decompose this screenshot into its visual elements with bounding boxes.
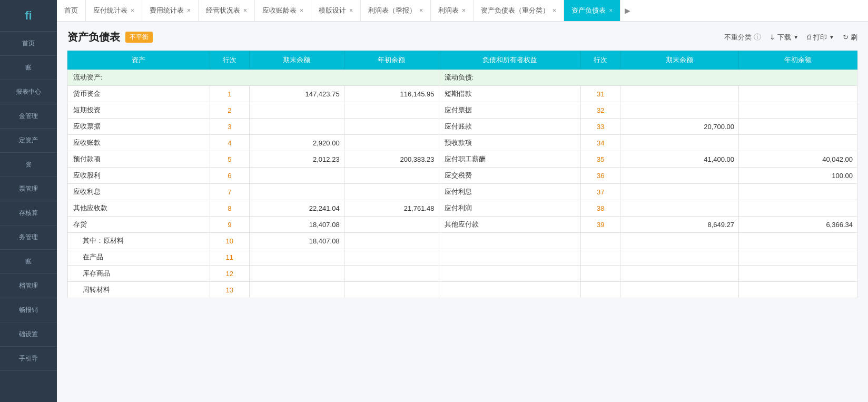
tab-payable-stats[interactable]: 应付统计表 ×: [86, 0, 142, 21]
right-year-start: [739, 102, 857, 119]
right-item-name[interactable]: 应付利润: [439, 200, 581, 217]
right-row-num: [581, 266, 620, 282]
download-button[interactable]: ⇓ 下载 ▼: [770, 33, 798, 42]
left-item-name[interactable]: 应收利息: [68, 184, 210, 200]
tab-operations[interactable]: 经营状况表 ×: [199, 0, 255, 21]
right-item-name[interactable]: 其他应付款: [439, 217, 581, 233]
tab-close-receivable-aging[interactable]: ×: [300, 7, 303, 14]
sidebar-item-fund-mgmt[interactable]: 金管理: [0, 104, 57, 129]
left-year-start: [344, 282, 439, 298]
sidebar-item-guide[interactable]: 手引导: [0, 347, 57, 371]
tab-close-profit-quarterly[interactable]: ×: [419, 7, 423, 14]
tab-close-balance-reclassify[interactable]: ×: [553, 7, 556, 14]
sidebar-item-home[interactable]: 首页: [0, 32, 57, 56]
sidebar-item-ledger[interactable]: 账: [0, 250, 57, 274]
tab-close-expense-stats[interactable]: ×: [187, 7, 191, 14]
left-period-end: [249, 102, 344, 119]
left-row-num: 4: [210, 135, 249, 151]
right-item-name[interactable]: 应付票据: [439, 102, 581, 119]
right-year-start: 40,042.00: [739, 151, 857, 168]
sidebar-item-fixed-assets[interactable]: 定资产: [0, 129, 57, 153]
content-area: 资产负债表 不平衡 不重分类 ⓘ ⇓ 下载 ▼ ⎙ 打印 ▼: [57, 22, 868, 402]
right-item-name[interactable]: [439, 233, 581, 249]
left-item-name[interactable]: 其他应收款: [68, 200, 210, 217]
right-row-num: 35: [581, 151, 620, 168]
sidebar-item-account[interactable]: 账: [0, 56, 57, 80]
left-row-num: 3: [210, 119, 249, 135]
left-year-start: [344, 168, 439, 184]
download-chevron-icon: ▼: [793, 34, 798, 40]
left-year-start: 116,145.95: [344, 86, 439, 102]
left-item-name[interactable]: 周转材料: [68, 282, 210, 298]
tab-template-design[interactable]: 模版设计 ×: [311, 0, 361, 21]
tab-close-operations[interactable]: ×: [243, 7, 247, 14]
left-period-end: [249, 184, 344, 200]
left-item-name[interactable]: 库存商品: [68, 266, 210, 282]
right-period-end: [620, 102, 739, 119]
right-period-end: [620, 86, 739, 102]
right-row-num: 33: [581, 119, 620, 135]
left-period-end: [249, 266, 344, 282]
sidebar-item-basic-settings[interactable]: 础设置: [0, 322, 57, 347]
sidebar-item-ticket-mgmt[interactable]: 票管理: [0, 177, 57, 201]
left-item-name[interactable]: 其中：原材料: [68, 233, 210, 249]
right-item-name[interactable]: [439, 249, 581, 266]
right-year-start: [739, 266, 857, 282]
tab-receivable-aging[interactable]: 应收账龄表 ×: [255, 0, 311, 21]
right-period-end: [620, 135, 739, 151]
tab-profit-quarterly[interactable]: 利润表（季报） ×: [361, 0, 431, 21]
col-asset: 资产: [68, 51, 210, 70]
right-item-name[interactable]: 预收款项: [439, 135, 581, 151]
tab-expense-stats[interactable]: 费用统计表 ×: [142, 0, 199, 21]
right-item-name[interactable]: 短期借款: [439, 86, 581, 102]
right-row-num: 32: [581, 102, 620, 119]
left-item-name[interactable]: 存货: [68, 217, 210, 233]
left-item-name[interactable]: 应收股利: [68, 168, 210, 184]
sidebar-item-affairs-mgmt[interactable]: 务管理: [0, 225, 57, 250]
not-reclassify-option[interactable]: 不重分类 ⓘ: [724, 33, 761, 42]
tab-scroll-right-icon[interactable]: ▶: [620, 6, 635, 15]
left-row-num: 13: [210, 282, 249, 298]
left-item-name[interactable]: 预付款项: [68, 151, 210, 168]
left-period-end: [249, 282, 344, 298]
tab-profit[interactable]: 利润表 ×: [431, 0, 474, 21]
right-item-name[interactable]: 应付职工薪酬: [439, 151, 581, 168]
right-item-name[interactable]: 应付账款: [439, 119, 581, 135]
left-item-name[interactable]: 应收账款: [68, 135, 210, 151]
right-row-num: 31: [581, 86, 620, 102]
right-item-name[interactable]: 应付利息: [439, 184, 581, 200]
right-item-name[interactable]: 应交税费: [439, 168, 581, 184]
left-item-name[interactable]: 货币资金: [68, 86, 210, 102]
left-row-num: 1: [210, 86, 249, 102]
sidebar-item-inventory[interactable]: 存核算: [0, 201, 57, 225]
col-row-num2: 行次: [581, 51, 620, 70]
tab-balance[interactable]: 资产负债表 ×: [564, 0, 620, 21]
right-row-num: 37: [581, 184, 620, 200]
left-item-name[interactable]: 在产品: [68, 249, 210, 266]
tab-close-template-design[interactable]: ×: [349, 7, 353, 14]
tab-close-profit[interactable]: ×: [462, 7, 466, 14]
sidebar-item-capital[interactable]: 资: [0, 153, 57, 177]
print-button[interactable]: ⎙ 打印 ▼: [807, 33, 834, 42]
help-icon[interactable]: ⓘ: [754, 33, 761, 42]
left-row-num: 2: [210, 102, 249, 119]
right-row-num: [581, 249, 620, 266]
section-right-label: 流动负债:: [439, 70, 857, 86]
sidebar-item-archive-mgmt[interactable]: 档管理: [0, 274, 57, 298]
sidebar-item-expense[interactable]: 畅报销: [0, 298, 57, 322]
left-period-end: 22,241.04: [249, 200, 344, 217]
right-year-start: [739, 119, 857, 135]
left-row-num: 9: [210, 217, 249, 233]
left-period-end: 2,012.23: [249, 151, 344, 168]
refresh-button[interactable]: ↻ 刷: [843, 33, 857, 42]
left-item-name[interactable]: 短期投资: [68, 102, 210, 119]
sidebar-item-report-center[interactable]: 报表中心: [0, 80, 57, 104]
tab-close-balance[interactable]: ×: [609, 7, 613, 14]
tab-home[interactable]: 首页: [57, 0, 86, 21]
tab-balance-reclassify[interactable]: 资产负债表（重分类） ×: [474, 0, 564, 21]
right-item-name[interactable]: [439, 266, 581, 282]
right-year-start: 100.00: [739, 168, 857, 184]
tab-close-payable-stats[interactable]: ×: [131, 7, 134, 14]
left-item-name[interactable]: 应收票据: [68, 119, 210, 135]
right-item-name[interactable]: [439, 282, 581, 298]
